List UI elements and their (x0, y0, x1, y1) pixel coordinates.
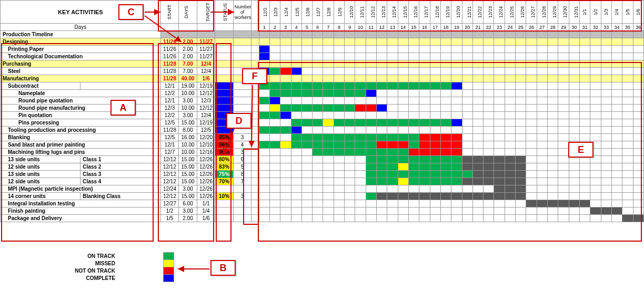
gantt-cell (408, 46, 419, 53)
gantt-cell (633, 53, 643, 60)
callout-c: C (118, 4, 144, 20)
legend: ON TRACK MISSED NOT ON TRACK COMPLETE (53, 252, 174, 282)
gantt-cell (451, 46, 462, 53)
gantt-cell (472, 53, 483, 60)
gantt-cell (526, 46, 537, 53)
gantt-cell (537, 53, 547, 60)
swatch-yellow (163, 260, 174, 267)
gantt-cell (334, 46, 344, 53)
gantt-cell (419, 46, 430, 53)
gantt-cell (494, 46, 505, 53)
gantt-cell (494, 53, 505, 60)
gantt-cell (291, 53, 301, 60)
gantt-cell (398, 53, 408, 60)
gantt-cell (462, 53, 472, 60)
region-e-top (258, 0, 642, 32)
gantt-cell (484, 53, 494, 60)
gantt-cell (355, 46, 366, 53)
gantt-cell (516, 53, 526, 60)
gantt-cell (611, 46, 622, 53)
swatch-red (163, 267, 174, 275)
gantt-cell (601, 46, 611, 53)
gantt-cell (313, 53, 323, 60)
task-workers: 3 (233, 134, 251, 141)
callout-e: E (568, 142, 593, 158)
gantt-cell (334, 53, 344, 60)
callout-f: F (242, 68, 267, 84)
gantt-cell (601, 53, 611, 60)
gantt-cell (280, 53, 291, 60)
gantt-cell (430, 53, 440, 60)
gantt-cell (387, 53, 398, 60)
gantt-cell (548, 53, 558, 60)
gantt-cell (622, 46, 633, 53)
gantt-cell (355, 53, 366, 60)
gantt-cell (301, 46, 312, 53)
gantt-cell (633, 46, 643, 53)
gantt-cell (451, 53, 462, 60)
gantt-cell (537, 46, 547, 53)
gantt-cell (387, 46, 398, 53)
gantt-cell (505, 46, 515, 53)
col-head-workers: Numberofworkers (233, 1, 251, 24)
timeline-title: Production Timeline (1, 31, 161, 38)
gantt-cell (472, 46, 483, 53)
task-workers (233, 105, 251, 112)
gantt-cell (611, 53, 622, 60)
gantt-cell (526, 53, 537, 60)
swatch-green (163, 253, 174, 260)
gantt-cell (377, 46, 387, 53)
gantt-cell (323, 46, 334, 53)
gantt-cell (301, 53, 312, 60)
gantt-cell (516, 46, 526, 53)
gantt-cell (366, 53, 376, 60)
gantt-cell (313, 46, 323, 53)
gantt-cell (579, 53, 590, 60)
legend-on-track: ON TRACK (53, 253, 116, 260)
callout-b: B (210, 260, 236, 276)
gantt-cell (558, 53, 569, 60)
legend-not-on-track: NOT ON TRACK (53, 267, 116, 275)
gantt-cell (462, 46, 472, 53)
task-workers (233, 90, 251, 97)
region-c2 (158, 43, 214, 242)
legend-complete: COMPLETE (53, 275, 116, 282)
region-c1 (158, 0, 214, 32)
task-workers: 4 (233, 141, 251, 149)
region-a (1, 43, 154, 242)
task-workers (233, 46, 251, 53)
gantt-cell (269, 46, 280, 53)
gantt-cell (579, 46, 590, 53)
gantt-cell (398, 46, 408, 53)
gantt-cell (484, 46, 494, 53)
gantt-cell (259, 46, 269, 53)
gantt-cell (622, 53, 633, 60)
days-label: Days (1, 24, 161, 31)
gantt-cell (569, 46, 579, 53)
task-workers (233, 53, 251, 60)
gantt-cell (505, 53, 515, 60)
callout-d: D (226, 113, 251, 129)
gantt-cell (440, 53, 451, 60)
gantt-cell (366, 46, 376, 53)
gantt-cell (440, 46, 451, 53)
gantt-cell (291, 46, 301, 53)
gantt-cell (548, 46, 558, 53)
callout-a: A (110, 100, 136, 116)
gantt-cell (345, 46, 355, 53)
region-f (243, 149, 259, 225)
gantt-cell (590, 53, 601, 60)
gantt-cell (408, 53, 419, 60)
legend-missed: MISSED (53, 260, 116, 267)
gantt-cell (269, 53, 280, 60)
gantt-cell (280, 46, 291, 53)
gantt-cell (558, 46, 569, 53)
gantt-cell (377, 53, 387, 60)
gantt-cell (430, 46, 440, 53)
gantt-cell (323, 53, 334, 60)
gantt-cell (590, 46, 601, 53)
col-head-status: STATUS (215, 1, 234, 24)
gantt-cell (569, 53, 579, 60)
gantt-cell (419, 53, 430, 60)
gantt-cell (345, 53, 355, 60)
